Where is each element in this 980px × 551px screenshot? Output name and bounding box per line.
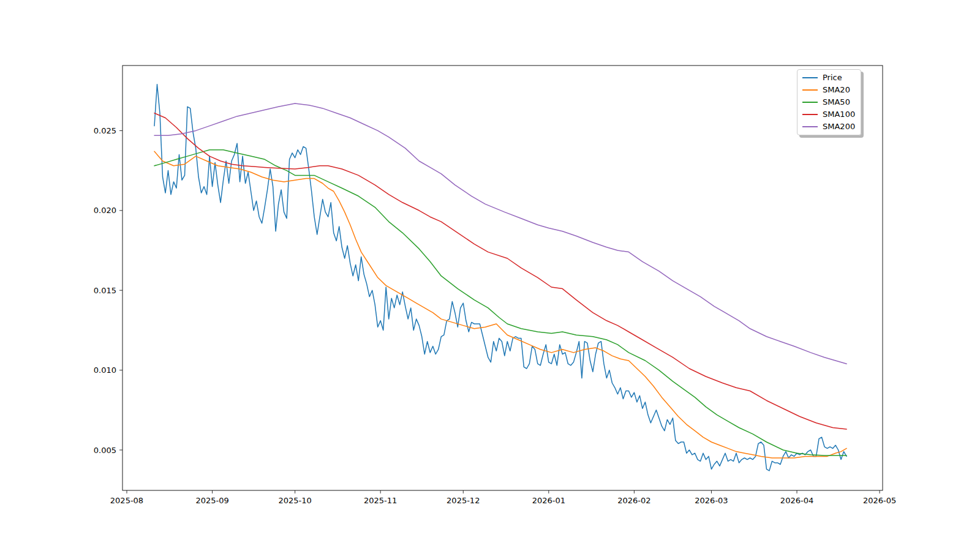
x-tick-label: 2025-10 — [278, 496, 311, 505]
x-tick-label: 2025-08 — [110, 496, 143, 505]
series-line-sma20 — [154, 151, 846, 458]
y-tick-label: 0.015 — [94, 286, 116, 295]
y-tick-label: 0.010 — [94, 365, 116, 375]
series-line-price — [154, 84, 846, 471]
y-tick-label: 0.025 — [94, 126, 116, 135]
legend-label: SMA50 — [823, 97, 850, 107]
y-tick-label: 0.005 — [94, 446, 116, 455]
x-tick-label: 2026-02 — [617, 496, 650, 505]
x-tick-label: 2026-01 — [532, 496, 565, 505]
x-tick-label: 2026-03 — [695, 496, 728, 505]
x-tick-label: 2025-11 — [364, 496, 397, 505]
legend-line-sample — [802, 114, 818, 115]
legend-item-price: Price — [802, 73, 855, 83]
legend-line-sample — [802, 89, 818, 91]
legend-item-sma20: SMA20 — [802, 85, 855, 95]
legend-line-sample — [802, 102, 818, 103]
plot-border — [123, 66, 883, 490]
x-tick-label: 2025-12 — [447, 496, 480, 505]
legend-label: Price — [823, 73, 842, 83]
legend-item-sma100: SMA100 — [802, 110, 855, 119]
figure: 2025-082025-092025-102025-112025-122026-… — [0, 0, 980, 551]
legend-label: SMA20 — [823, 85, 850, 95]
y-tick-label: 0.020 — [94, 206, 116, 215]
x-tick-label: 2026-04 — [780, 496, 813, 505]
series-line-sma50 — [154, 150, 846, 455]
legend-item-sma50: SMA50 — [802, 97, 855, 107]
x-tick-label: 2025-09 — [195, 496, 228, 505]
legend: PriceSMA20SMA50SMA100SMA200 — [797, 69, 861, 135]
legend-label: SMA100 — [823, 110, 855, 119]
legend-line-sample — [802, 126, 818, 127]
series-line-sma100 — [154, 113, 846, 429]
legend-item-sma200: SMA200 — [802, 122, 855, 132]
legend-line-sample — [802, 77, 818, 78]
x-tick-label: 2026-05 — [863, 496, 896, 505]
series-line-sma200 — [154, 103, 846, 364]
legend-label: SMA200 — [823, 122, 855, 132]
